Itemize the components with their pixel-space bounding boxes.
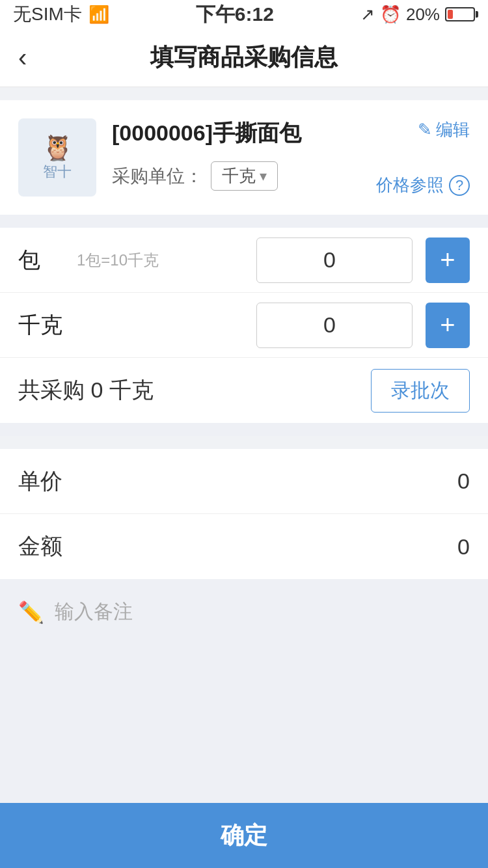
- form-section: 包 1包=10千克 + 千克 + 共采购 0 千克 录批次: [0, 228, 488, 423]
- unit-value: 千克: [222, 165, 256, 187]
- confirm-button[interactable]: 确定: [0, 803, 488, 868]
- product-logo-text: 智十: [43, 162, 72, 182]
- summary-row: 共采购 0 千克 录批次: [0, 358, 488, 423]
- help-icon[interactable]: ?: [449, 175, 470, 196]
- confirm-label: 确定: [221, 820, 267, 852]
- bao-sublabel: 1包=10千克: [77, 250, 159, 271]
- unit-price-row: 单价 0: [0, 449, 488, 514]
- edit-button[interactable]: ✎ 编辑: [418, 118, 470, 141]
- price-ref-label: 价格参照: [376, 174, 444, 197]
- batch-label: 录批次: [391, 379, 450, 401]
- back-button[interactable]: ‹: [18, 43, 27, 72]
- status-right: ↗ ⏰ 20%: [360, 5, 475, 25]
- unit-price-label: 单价: [18, 467, 62, 496]
- bao-label: 包: [18, 245, 70, 275]
- product-name: [0000006]手撕面包: [112, 118, 470, 148]
- separator-2: [0, 423, 488, 436]
- page-title: 填写商品采购信息: [150, 42, 338, 74]
- chevron-down-icon: ▾: [260, 168, 267, 185]
- kg-plus-button[interactable]: +: [426, 303, 470, 348]
- price-ref-button[interactable]: 价格参照 ?: [376, 174, 470, 197]
- battery-percent: 20%: [406, 5, 440, 25]
- alarm-icon: ⏰: [380, 5, 401, 25]
- nav-bar: ‹ 填写商品采购信息: [0, 29, 488, 87]
- remark-section[interactable]: ✏️ 输入备注: [0, 579, 488, 645]
- kg-input-wrapper: +: [70, 303, 470, 348]
- remark-placeholder: 输入备注: [55, 599, 133, 625]
- kg-input[interactable]: [256, 303, 413, 348]
- amount-label: 金额: [18, 532, 62, 562]
- status-time: 下午6:12: [196, 1, 274, 28]
- amount-value: 0: [457, 534, 470, 560]
- kg-label: 千克: [18, 310, 70, 340]
- product-image: 🦉 智十: [18, 118, 96, 197]
- batch-button[interactable]: 录批次: [371, 369, 470, 413]
- status-left: 无SIM卡 📶: [13, 2, 109, 27]
- unit-dropdown[interactable]: 千克 ▾: [211, 161, 278, 191]
- product-card: 🦉 智十 [0000006]手撕面包 采购单位： 千克 ▾ ✎ 编辑 价格参照 …: [0, 100, 488, 215]
- edit-icon: ✎: [418, 120, 432, 140]
- wifi-icon: 📶: [88, 5, 109, 25]
- bao-input-wrapper: +: [159, 237, 470, 283]
- amount-row: 金额 0: [0, 514, 488, 579]
- bao-input[interactable]: [256, 237, 413, 283]
- unit-label: 采购单位：: [112, 164, 203, 189]
- status-bar: 无SIM卡 📶 下午6:12 ↗ ⏰ 20%: [0, 0, 488, 29]
- bao-plus-button[interactable]: +: [426, 237, 470, 283]
- battery-icon: [445, 7, 475, 21]
- unit-price-value: 0: [457, 468, 470, 494]
- product-logo-icon: 🦉: [42, 133, 73, 162]
- carrier-label: 无SIM卡: [13, 2, 82, 27]
- location-icon: ↗: [360, 5, 375, 25]
- plus-icon: +: [440, 245, 455, 275]
- bao-row: 包 1包=10千克 +: [0, 228, 488, 293]
- kg-plus-icon: +: [440, 310, 455, 340]
- kg-row: 千克 +: [0, 293, 488, 358]
- battery-fill: [448, 10, 453, 19]
- summary-text: 共采购 0 千克: [18, 375, 154, 405]
- pencil-icon: ✏️: [18, 600, 44, 625]
- info-section: 单价 0 金额 0: [0, 449, 488, 579]
- edit-label: 编辑: [436, 118, 470, 141]
- separator-1: [0, 215, 488, 228]
